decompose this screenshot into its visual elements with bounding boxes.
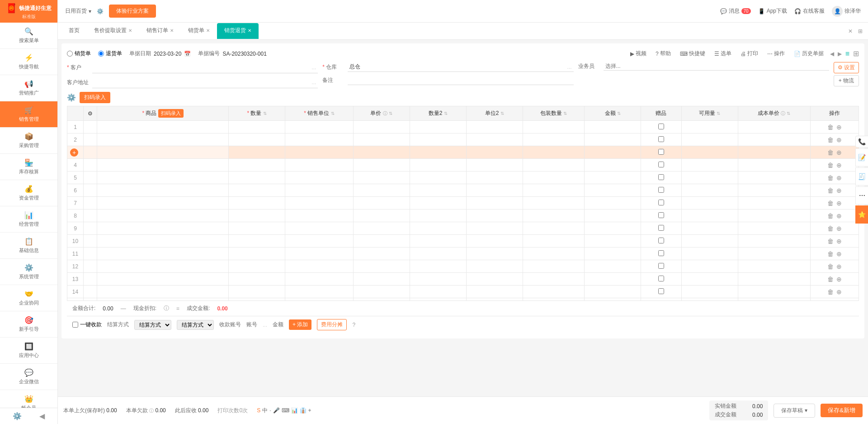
radio-return-input[interactable] [98, 51, 104, 57]
sidebar-item-finance[interactable]: 💰 资金管理 [0, 180, 57, 206]
quick-action-more[interactable]: ⋯ [855, 186, 868, 205]
col-settings-icon[interactable]: ⚙ [88, 110, 93, 117]
history-btn[interactable]: 📄 历史单据 [791, 49, 826, 58]
sidebar-item-inventory[interactable]: 🏪 库存核算 [0, 154, 57, 180]
delete-row-btn[interactable]: 🗑 [827, 123, 834, 131]
product-cell[interactable] [97, 121, 229, 133]
copy-row-btn[interactable]: ⊕ [836, 174, 842, 182]
qty-sort[interactable]: ⇅ [263, 111, 267, 116]
debt-circle[interactable]: ⓘ [149, 408, 154, 413]
copy-row-btn[interactable]: ⊕ [836, 288, 842, 296]
tab-sales[interactable]: 销货单 ✕ [181, 23, 217, 39]
warehouse-input[interactable] [360, 64, 567, 70]
copy-row-btn[interactable]: ⊕ [836, 275, 842, 283]
tab-return[interactable]: 销货退货 ✕ [217, 23, 259, 39]
sidebar-item-basic[interactable]: 📋 基础信息 [0, 233, 57, 259]
gift-check[interactable] [658, 238, 664, 243]
radio-sale[interactable]: 销货单 [67, 50, 91, 57]
customer-input[interactable] [94, 63, 311, 72]
copy-row-btn[interactable]: ⊕ [836, 161, 842, 169]
copy-row-btn[interactable]: ⊕ [836, 212, 842, 220]
user-profile[interactable]: 👤 徐泽华 [832, 6, 861, 17]
delete-row-btn[interactable]: 🗑 [827, 148, 834, 157]
logistics-btn[interactable]: + 物流 [834, 75, 859, 86]
gift-check[interactable] [658, 162, 664, 167]
address-input[interactable] [94, 78, 311, 87]
delete-row-btn[interactable]: 🗑 [827, 275, 834, 283]
next-record-icon[interactable]: ▶ [838, 51, 842, 57]
sidebar-item-wechat[interactable]: 💬 企业微信 [0, 364, 57, 390]
gift-check[interactable] [658, 174, 664, 180]
delete-row-btn[interactable]: 🗑 [827, 161, 834, 169]
address-more-icon[interactable]: ... [311, 79, 316, 86]
copy-row-btn[interactable]: ⊕ [836, 250, 842, 258]
gift-check[interactable] [658, 136, 664, 142]
delete-row-btn[interactable]: 🗑 [827, 199, 834, 207]
sidebar-item-operations[interactable]: 📊 经营管理 [0, 206, 57, 233]
sidebar-item-apps[interactable]: 🔲 应用中心 [0, 338, 57, 364]
sidebar-item-promo[interactable]: 📢 营销推广 [0, 75, 57, 101]
tab-home[interactable]: 首页 [61, 23, 87, 39]
tab-close-sales[interactable]: ✕ [206, 28, 210, 33]
account-more-icon[interactable]: ... [263, 322, 267, 328]
product-input[interactable] [100, 162, 226, 168]
gift-check[interactable] [658, 212, 664, 218]
sidebar-item-enterprise[interactable]: 🤝 企业协同 [0, 285, 57, 311]
radio-sale-input[interactable] [67, 51, 73, 57]
delete-row-btn[interactable]: 🗑 [827, 174, 834, 182]
sidebar-item-system[interactable]: ⚙️ 系统管理 [0, 259, 57, 285]
gift-check[interactable] [658, 250, 664, 256]
product-input[interactable] [100, 137, 226, 143]
table-settings-icon[interactable]: ⚙️ [67, 93, 76, 102]
expense-btn[interactable]: 费用分摊 [317, 319, 347, 330]
product-input[interactable] [100, 200, 226, 206]
pack-sort[interactable]: ⇅ [563, 111, 567, 116]
sidebar-item-newbie[interactable]: 🎯 新手引导 [0, 311, 57, 338]
copy-row-btn[interactable]: ⊕ [836, 186, 842, 195]
delete-row-btn[interactable]: 🗑 [827, 300, 834, 301]
delete-row-btn[interactable]: 🗑 [827, 288, 834, 296]
view-grid-icon[interactable]: ⊞ [853, 49, 859, 58]
quick-action-mark[interactable]: ⭐ [855, 205, 868, 224]
shortcut-btn[interactable]: ⌨ 快捷键 [677, 49, 708, 58]
copy-row-btn[interactable]: ⊕ [836, 237, 842, 245]
tab-sales-order[interactable]: 销售订单 ✕ [139, 23, 181, 39]
copy-row-btn[interactable]: ⊕ [836, 148, 842, 157]
calc-select[interactable]: 结算方式 [177, 320, 214, 330]
delete-row-btn[interactable]: 🗑 [827, 250, 834, 258]
tab-menu-icon[interactable]: ⊞ [856, 26, 864, 36]
quick-action-notes[interactable]: 📝 [855, 148, 868, 167]
product-input[interactable] [100, 187, 226, 194]
gift-check[interactable] [658, 288, 664, 294]
radio-return[interactable]: 退货单 [98, 50, 122, 57]
save-new-btn[interactable]: 保存&新增 [821, 404, 863, 417]
product-input[interactable] [100, 263, 226, 270]
print-btn[interactable]: 🖨 打印 [738, 49, 761, 58]
product-input[interactable] [100, 213, 226, 219]
product-input[interactable] [100, 238, 226, 244]
copy-row-btn[interactable]: ⊕ [836, 300, 842, 301]
calendar-icon[interactable]: 📅 [184, 51, 191, 57]
help-btn[interactable]: ? 帮助 [653, 49, 674, 58]
gift-check[interactable] [658, 200, 664, 205]
product-input[interactable] [100, 175, 226, 181]
sidebar-item-shortcut[interactable]: ⚡ 快捷导航 [0, 49, 57, 75]
discount-help[interactable]: ⓘ [164, 305, 169, 312]
sidebar-item-sales[interactable]: 🛒 销售管理 [0, 101, 57, 128]
settings-bottom-icon[interactable]: ⚙️ [13, 412, 22, 420]
product-input-active[interactable] [100, 149, 226, 156]
gift-check-active[interactable] [658, 149, 664, 155]
message-btn[interactable]: 💬 消息 70 [720, 7, 751, 15]
method-select[interactable]: 结算方式 [134, 320, 171, 330]
gift-check[interactable] [658, 225, 664, 231]
delete-row-btn[interactable]: 🗑 [827, 224, 834, 233]
draft-dropdown-icon[interactable]: ▾ [805, 407, 807, 414]
product-input[interactable] [100, 124, 226, 130]
customer-more-icon[interactable]: ... [311, 64, 316, 71]
tab-close-order[interactable]: ✕ [170, 28, 174, 33]
quick-action-contact[interactable]: 📞 [855, 136, 868, 148]
view-list-icon[interactable]: ≡ [845, 50, 849, 58]
gift-check[interactable] [658, 124, 664, 129]
operate-btn[interactable]: ⋯ 操作 [764, 49, 788, 58]
add-payment-btn[interactable]: + 添加 [289, 319, 311, 330]
